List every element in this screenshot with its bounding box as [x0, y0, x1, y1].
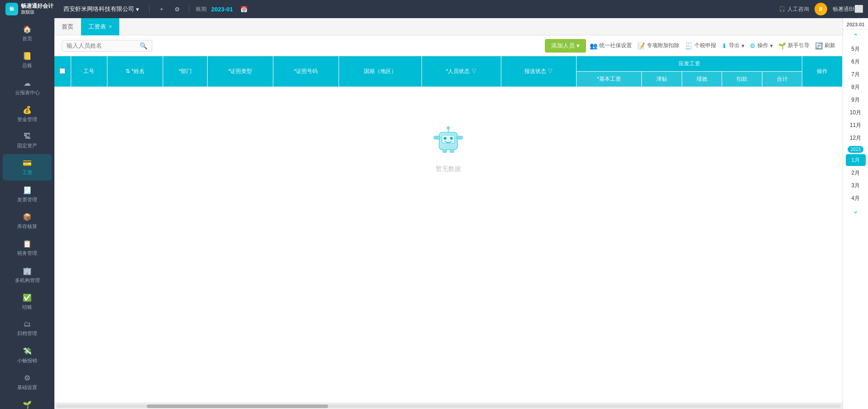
table-container: 工号 ⇅ *姓名 *部门 *证照类型 *证照号码 国籍（地区） *人员状态 ▽ …: [54, 56, 843, 403]
settings-btn[interactable]: ⚙: [172, 4, 183, 15]
sidebar-item-fund[interactable]: 💰 资金管理: [3, 101, 52, 127]
add-dropdown-icon: ▾: [577, 42, 580, 49]
empty-cell: 暂无数据: [54, 87, 843, 210]
sidebar-item-expense[interactable]: 💸 小畅报销: [3, 342, 52, 368]
rp-year-badge-2023[interactable]: 2023: [848, 146, 863, 153]
svg-point-2: [444, 137, 446, 140]
svg-point-3: [450, 137, 453, 140]
company-selector[interactable]: 西安虾米网络科技有限公司 ▾: [60, 3, 143, 15]
rp-month-7-2022[interactable]: 7月: [846, 68, 866, 80]
tab-home[interactable]: 首页: [54, 18, 81, 35]
window-controls: × ⬜: [832, 0, 868, 17]
add-company-btn[interactable]: ＋: [156, 3, 167, 15]
sidebar-label-settings: 基础设置: [17, 384, 37, 390]
svg-point-10: [443, 135, 445, 137]
sidebar-item-tax[interactable]: 📋 税务管理: [3, 235, 52, 261]
scroll-thumb[interactable]: [147, 404, 328, 408]
user-avatar[interactable]: B: [815, 3, 827, 15]
expense-icon: 💸: [23, 347, 32, 355]
salary-icon: 💳: [23, 159, 32, 167]
select-all-checkbox[interactable]: [59, 68, 65, 74]
rp-month-5-2022[interactable]: 5月: [846, 43, 866, 55]
add-person-btn[interactable]: 添加人员 ▾: [545, 39, 586, 53]
rp-month-2-2023[interactable]: 2月: [846, 167, 866, 179]
service-btn[interactable]: 🎧 人工咨询: [779, 5, 809, 13]
tax-declare-label: 个税申报: [694, 42, 716, 49]
fund-icon: 💰: [23, 106, 32, 114]
tax-icon: 📋: [23, 239, 32, 248]
rp-month-4-2023[interactable]: 4月: [846, 192, 866, 204]
th-checkbox[interactable]: [54, 56, 71, 87]
toolbar: 🔍 添加人员 ▾ 👥 统一社保设置 📝 专项附加扣除 🧾 个税申报: [54, 35, 843, 56]
tab-salary-label: 工资表: [88, 23, 106, 31]
sidebar-item-asset[interactable]: 🏗 固定资产: [3, 128, 52, 153]
social-security-btn[interactable]: 👥 统一社保设置: [590, 42, 632, 49]
rp-month-6-2022[interactable]: 6月: [846, 56, 866, 68]
calendar-icon[interactable]: 📅: [238, 4, 250, 15]
content-area: 首页 工资表 × 🔍 添加人员 ▾ 👥 统一社保设置: [54, 18, 843, 409]
period-value: 2023-01: [211, 6, 233, 13]
sidebar-item-settle[interactable]: ✅ 结账: [3, 289, 52, 315]
rp-month-8-2022[interactable]: 8月: [846, 81, 866, 93]
bottom-scrollbar[interactable]: [54, 403, 843, 409]
sidebar-item-archive[interactable]: 🗂 归档管理: [3, 316, 52, 341]
sidebar-item-home[interactable]: 🏠 首页: [3, 20, 52, 46]
sidebar-label-salary: 工资: [22, 169, 32, 175]
home-icon: 🏠: [23, 25, 32, 34]
tab-close-btn[interactable]: ×: [109, 24, 112, 29]
headset-icon: 🎧: [779, 6, 786, 12]
search-input[interactable]: [67, 42, 137, 49]
sidebar-label-multi: 多机构管理: [15, 277, 40, 283]
extra-deduct-btn[interactable]: 📝 专项附加扣除: [637, 42, 679, 49]
guide-icon: 🌱: [23, 400, 32, 409]
close-window-btn[interactable]: ×: [832, 0, 850, 17]
sidebar-item-guide[interactable]: 🌱 新手引导: [3, 396, 52, 409]
service-label: 人工咨询: [787, 5, 809, 13]
sidebar-item-invoice[interactable]: 🧾 发票管理: [3, 181, 52, 207]
tab-salary-table[interactable]: 工资表 ×: [81, 18, 120, 35]
divider-1: [149, 5, 150, 14]
top-bar: 畅 畅遄通好会计 旗舰版 西安虾米网络科技有限公司 ▾ ＋ ⚙ 账期 2023-…: [0, 0, 868, 18]
newguide-btn[interactable]: 🌱 新手引导: [778, 42, 810, 49]
deduct-icon: 📝: [637, 42, 645, 49]
operate-btn[interactable]: ⚙ 操作 ▾: [750, 42, 773, 49]
sidebar-item-salary[interactable]: 💳 工资: [3, 154, 52, 180]
rp-month-11-2022[interactable]: 11月: [846, 119, 866, 131]
invoice-icon: 🧾: [23, 186, 32, 195]
refresh-btn[interactable]: 🔄 刷新: [815, 42, 835, 49]
empty-text: 暂无数据: [436, 165, 461, 173]
ledger-icon: 📒: [23, 52, 32, 60]
svg-rect-7: [456, 136, 463, 139]
rp-nav-down[interactable]: ⌄: [843, 204, 868, 217]
sidebar-item-settings[interactable]: ⚙ 基础设置: [3, 369, 52, 395]
th-performance: 绩效: [682, 72, 722, 87]
rp-month-1-2023[interactable]: 1月: [846, 154, 866, 166]
social-security-label: 统一社保设置: [599, 42, 632, 49]
sidebar-item-ledger[interactable]: 📒 总账: [3, 47, 52, 73]
export-btn[interactable]: ⬇ 导出 ▾: [722, 42, 744, 49]
rp-month-3-2023[interactable]: 3月: [846, 180, 866, 191]
rp-nav-up[interactable]: ⌃: [843, 30, 868, 43]
th-operate: 操作: [802, 56, 843, 87]
tax-declare-btn[interactable]: 🧾 个税申报: [685, 42, 716, 49]
th-cert-num: *证照号码: [273, 56, 339, 87]
sidebar-label-expense: 小畅报销: [17, 357, 37, 364]
tab-home-label: 首页: [62, 23, 73, 31]
operate-dropdown-icon: ▾: [770, 43, 773, 49]
search-icon[interactable]: 🔍: [140, 42, 147, 49]
export-icon: ⬇: [722, 42, 727, 49]
empty-illustration: [430, 123, 466, 160]
sidebar-item-report[interactable]: ☁ 云报表中心: [3, 74, 52, 100]
sidebar-label-stock: 库存核算: [17, 223, 37, 229]
th-cert-type: *证照类型: [208, 56, 273, 87]
multi-icon: 🏢: [23, 267, 32, 275]
sidebar-item-multi[interactable]: 🏢 多机构管理: [3, 262, 52, 288]
th-dept: *部门: [163, 56, 208, 87]
top-bar-right: 🎧 人工咨询 B 畅遄通B组... × ⬜: [779, 3, 863, 15]
rp-month-9-2022[interactable]: 9月: [846, 94, 866, 106]
maximize-window-btn[interactable]: ⬜: [850, 0, 868, 17]
rp-month-10-2022[interactable]: 10月: [846, 107, 866, 118]
sidebar-item-stock[interactable]: 📦 库存核算: [3, 208, 52, 234]
sidebar-label-invoice: 发票管理: [17, 196, 37, 203]
rp-month-12-2022[interactable]: 12月: [846, 132, 866, 144]
